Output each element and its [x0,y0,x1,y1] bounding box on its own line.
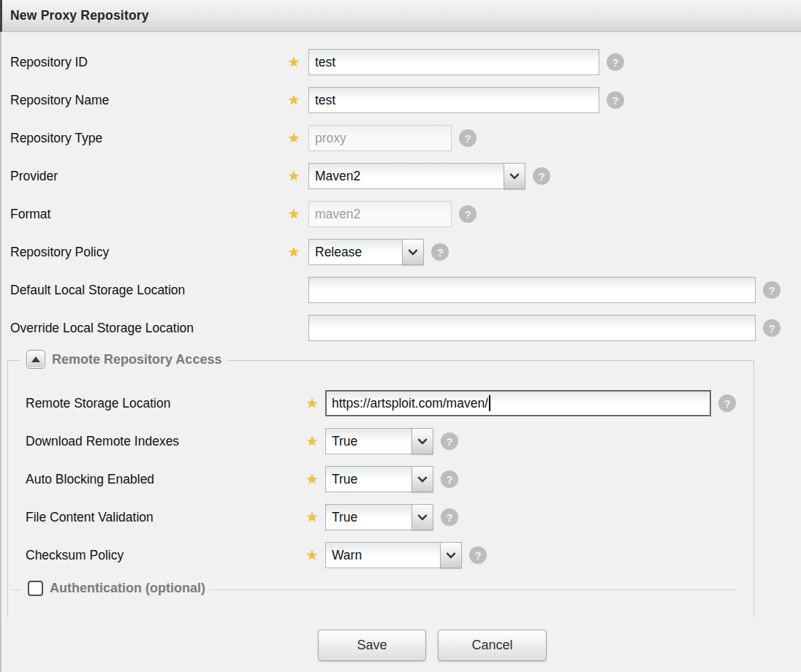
collapse-fieldset-button[interactable] [26,350,45,369]
checksum-policy-label: Checksum Policy [26,548,303,563]
repository-policy-select[interactable]: Release [308,239,424,265]
panel-title: New Proxy Repository [10,8,149,23]
override-local-storage-input[interactable] [308,315,756,341]
chevron-down-icon [417,510,428,520]
panel-header: New Proxy Repository [0,0,801,32]
download-remote-indexes-label: Download Remote Indexes [26,434,303,449]
file-content-validation-value: True [332,510,357,525]
repository-type-label: Repository Type [10,131,285,146]
cancel-button[interactable]: Cancel [438,630,547,661]
provider-select-value: Maven2 [315,169,360,184]
auto-blocking-enabled-label: Auto Blocking Enabled [26,472,303,487]
help-icon[interactable]: ? [459,205,477,223]
override-local-storage-label: Override Local Storage Location [10,321,285,336]
new-proxy-repository-form: Repository ID ★ ? Repository Name ★ ? Re… [0,32,801,661]
required-star-icon: ★ [306,549,318,562]
remote-storage-location-value: https://artsploit.com/maven/ [332,396,488,411]
authentication-legend: Authentication (optional) [21,581,212,596]
help-icon[interactable]: ? [763,281,781,299]
required-star-icon: ★ [306,473,318,486]
authentication-checkbox[interactable] [28,581,43,596]
remote-repository-access-title: Remote Repository Access [52,352,221,367]
combo-trigger-button[interactable] [402,239,424,265]
file-content-validation-label: File Content Validation [26,510,303,525]
required-star-icon: ★ [288,56,300,69]
field-file-content-validation: File Content Validation ★ True ? [26,504,753,530]
required-star-icon: ★ [306,397,318,410]
required-star-icon: ★ [306,435,318,448]
combo-trigger-button[interactable] [411,504,433,530]
required-star-icon: ★ [288,131,300,145]
help-icon[interactable]: ? [441,508,458,526]
download-remote-indexes-select[interactable]: True [325,428,433,454]
field-repository-name: Repository Name ★ ? [10,87,801,113]
field-checksum-policy: Checksum Policy ★ Warn ? [26,542,753,568]
field-default-local-storage: Default Local Storage Location ? [10,277,801,303]
field-override-local-storage: Override Local Storage Location ? [10,315,801,341]
required-star-icon: ★ [306,511,318,524]
authentication-title: Authentication (optional) [50,581,205,596]
required-star-icon: ★ [288,169,300,183]
text-caret [489,395,490,411]
field-repository-policy: Repository Policy ★ Release ? [10,239,801,265]
combo-trigger-button[interactable] [440,542,462,568]
help-icon[interactable]: ? [718,394,736,412]
field-repository-type: Repository Type ★ ? [10,125,801,151]
auto-blocking-enabled-select[interactable]: True [325,466,433,492]
remote-storage-location-input[interactable]: https://artsploit.com/maven/ [325,390,711,416]
help-icon[interactable]: ? [607,91,624,109]
auto-blocking-enabled-value: True [332,472,357,487]
provider-label: Provider [10,169,285,184]
field-format: Format ★ ? [10,201,801,227]
help-icon[interactable]: ? [441,432,458,450]
chevron-down-icon [408,245,418,255]
default-local-storage-input[interactable] [308,277,756,303]
checksum-policy-select[interactable]: Warn [325,542,462,568]
field-remote-storage-location: Remote Storage Location ★ https://artspl… [26,390,753,416]
remote-storage-location-label: Remote Storage Location [26,396,303,411]
field-provider: Provider ★ Maven2 ? [10,163,801,189]
save-button[interactable]: Save [318,630,426,661]
chevron-down-icon [509,169,520,179]
repository-id-label: Repository ID [10,55,285,70]
help-icon[interactable]: ? [469,546,487,564]
field-download-remote-indexes: Download Remote Indexes ★ True ? [26,428,753,454]
default-local-storage-label: Default Local Storage Location [10,283,285,298]
combo-trigger-button[interactable] [411,466,433,492]
combo-trigger-button[interactable] [504,163,525,189]
remote-repository-access-fieldset: Remote Repository Access Remote Storage … [7,360,754,617]
field-repository-id: Repository ID ★ ? [10,49,801,75]
required-star-icon: ★ [288,93,300,107]
required-star-icon: ★ [288,207,300,221]
checksum-policy-value: Warn [332,548,362,563]
footer-button-bar: Save Cancel [318,630,801,661]
combo-trigger-button[interactable] [411,428,433,454]
file-content-validation-select[interactable]: True [325,504,433,530]
help-icon[interactable]: ? [459,129,477,147]
authentication-fieldset: Authentication (optional) [12,580,737,618]
field-auto-blocking-enabled: Auto Blocking Enabled ★ True ? [26,466,753,492]
provider-select[interactable]: Maven2 [308,163,525,189]
repository-name-input[interactable] [308,87,599,113]
help-icon[interactable]: ? [431,243,449,261]
required-star-icon: ★ [288,245,300,259]
chevron-down-icon [446,548,456,558]
repository-policy-select-value: Release [315,245,362,260]
help-icon[interactable]: ? [763,319,781,337]
chevron-down-icon [417,434,428,444]
format-input [308,201,452,227]
repository-type-input [308,125,452,151]
triangle-up-icon [31,356,40,362]
help-icon[interactable]: ? [533,167,550,185]
format-label: Format [10,207,285,222]
repository-name-label: Repository Name [10,93,285,108]
help-icon[interactable]: ? [441,470,458,488]
help-icon[interactable]: ? [607,53,624,71]
chevron-down-icon [417,472,428,482]
download-remote-indexes-value: True [332,434,357,449]
panel-left-border [0,32,1,672]
repository-policy-label: Repository Policy [10,245,285,260]
remote-repository-access-legend: Remote Repository Access [20,350,228,369]
repository-id-input[interactable] [308,49,599,75]
